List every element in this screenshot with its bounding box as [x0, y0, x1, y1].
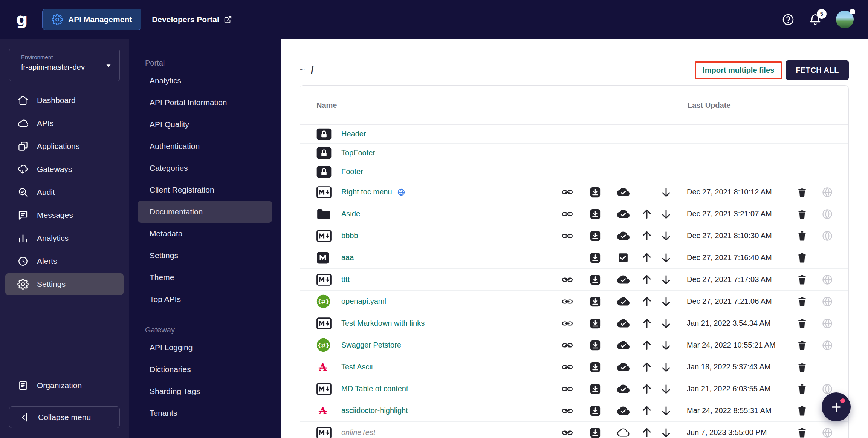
cloud-outline-icon[interactable]	[617, 426, 630, 438]
cloud-check-icon[interactable]	[617, 317, 630, 329]
subnav-item-analytics[interactable]: Analytics	[138, 70, 272, 92]
move-down-icon[interactable]	[660, 383, 672, 395]
sidebar-item-settings[interactable]: Settings	[5, 273, 124, 295]
save-icon[interactable]	[590, 340, 601, 351]
delete-icon[interactable]	[796, 230, 808, 242]
subnav-item-api-logging[interactable]: API Logging	[138, 337, 272, 358]
move-up-icon[interactable]	[641, 340, 653, 351]
translate-icon[interactable]	[822, 427, 833, 438]
subnav-item-documentation[interactable]: Documentation	[138, 201, 272, 223]
help-icon[interactable]	[782, 13, 795, 26]
doc-name-link[interactable]: Test Ascii	[341, 363, 373, 371]
cloud-check-icon[interactable]	[617, 273, 630, 286]
link-icon[interactable]	[561, 383, 573, 395]
breadcrumb-root[interactable]: ~	[300, 65, 305, 75]
move-down-icon[interactable]	[660, 405, 672, 417]
move-down-icon[interactable]	[660, 187, 672, 198]
move-up-icon[interactable]	[641, 230, 653, 242]
delete-icon[interactable]	[796, 296, 808, 307]
move-up-icon[interactable]	[641, 252, 653, 263]
move-up-icon[interactable]	[641, 383, 653, 395]
save-icon[interactable]	[590, 252, 601, 263]
save-icon[interactable]	[590, 296, 601, 307]
move-up-icon[interactable]	[641, 208, 653, 220]
move-up-icon[interactable]	[641, 274, 653, 285]
link-icon[interactable]	[561, 427, 573, 438]
add-page-fab[interactable]	[822, 392, 851, 421]
save-icon[interactable]	[590, 230, 601, 242]
delete-icon[interactable]	[796, 252, 808, 263]
collapse-menu-button[interactable]: Collapse menu	[9, 406, 120, 428]
subnav-item-dictionaries[interactable]: Dictionaries	[138, 358, 272, 380]
delete-icon[interactable]	[796, 361, 808, 373]
cloud-check-icon[interactable]	[617, 186, 630, 198]
translate-icon[interactable]	[822, 340, 833, 351]
doc-name-link[interactable]: aaa	[341, 253, 354, 262]
subnav-item-api-portal-information[interactable]: API Portal Information	[138, 92, 272, 113]
avatar[interactable]	[836, 11, 854, 28]
doc-name-link[interactable]: openapi.yaml	[341, 297, 386, 306]
link-icon[interactable]	[561, 296, 573, 307]
doc-name-link[interactable]: onlineTest	[341, 428, 375, 437]
move-down-icon[interactable]	[660, 427, 672, 438]
doc-name-link[interactable]: Aside	[341, 210, 360, 218]
sidebar-item-organization[interactable]: Organization	[5, 375, 124, 397]
move-up-icon[interactable]	[641, 296, 653, 307]
delete-icon[interactable]	[796, 427, 808, 438]
subnav-item-categories[interactable]: Categories	[138, 157, 272, 179]
move-down-icon[interactable]	[660, 230, 672, 242]
translate-icon[interactable]	[822, 187, 833, 198]
save-icon[interactable]	[590, 405, 601, 417]
save-icon[interactable]	[590, 361, 601, 373]
cloud-check-icon[interactable]	[617, 383, 630, 395]
delete-icon[interactable]	[796, 383, 808, 395]
move-down-icon[interactable]	[660, 296, 672, 307]
link-icon[interactable]	[561, 230, 573, 242]
save-icon[interactable]	[590, 383, 601, 395]
move-up-icon[interactable]	[641, 427, 653, 438]
cloud-check-icon[interactable]	[617, 230, 630, 242]
doc-name-link[interactable]: Swagger Petstore	[341, 341, 401, 349]
sidebar-item-audit[interactable]: Audit	[5, 181, 124, 203]
cloud-check-icon[interactable]	[617, 339, 630, 351]
subnav-item-top-apis[interactable]: Top APIs	[138, 288, 272, 310]
delete-icon[interactable]	[796, 208, 808, 220]
translate-icon[interactable]	[822, 296, 833, 307]
link-icon[interactable]	[561, 187, 573, 198]
move-down-icon[interactable]	[660, 208, 672, 220]
subnav-item-tenants[interactable]: Tenants	[138, 402, 272, 424]
save-icon[interactable]	[590, 208, 601, 220]
save-icon[interactable]	[590, 318, 601, 329]
subnav-item-settings[interactable]: Settings	[138, 245, 272, 266]
sidebar-item-gateways[interactable]: Gateways	[5, 158, 124, 180]
delete-icon[interactable]	[796, 318, 808, 329]
subnav-item-sharding-tags[interactable]: Sharding Tags	[138, 380, 272, 402]
save-icon[interactable]	[590, 427, 601, 438]
move-down-icon[interactable]	[660, 361, 672, 373]
fetch-all-button[interactable]: FETCH ALL	[786, 60, 849, 80]
delete-icon[interactable]	[796, 187, 808, 198]
cloud-check-icon[interactable]	[617, 404, 630, 417]
subnav-item-client-registration[interactable]: Client Registration	[138, 179, 272, 201]
sidebar-item-dashboard[interactable]: Dashboard	[5, 89, 124, 111]
checkbox-check-icon[interactable]	[617, 252, 629, 263]
delete-icon[interactable]	[796, 274, 808, 285]
cloud-check-icon[interactable]	[617, 208, 630, 220]
move-up-icon[interactable]	[641, 405, 653, 417]
environment-select[interactable]: Environment fr-apim-master-dev	[9, 49, 120, 81]
link-icon[interactable]	[561, 340, 573, 351]
link-icon[interactable]	[561, 405, 573, 417]
doc-name-link[interactable]: asciidoctor-highlight	[341, 406, 408, 415]
move-down-icon[interactable]	[660, 340, 672, 351]
translate-icon[interactable]	[822, 274, 833, 285]
subnav-item-theme[interactable]: Theme	[138, 266, 272, 288]
doc-name-link[interactable]: MD Table of content	[341, 384, 408, 393]
link-icon[interactable]	[561, 361, 573, 373]
gravitee-logo[interactable]: g	[11, 9, 32, 30]
save-icon[interactable]	[590, 274, 601, 285]
link-icon[interactable]	[561, 318, 573, 329]
link-icon[interactable]	[561, 208, 573, 220]
subnav-item-authentication[interactable]: Authentication	[138, 135, 272, 157]
subnav-item-metadata[interactable]: Metadata	[138, 223, 272, 245]
move-down-icon[interactable]	[660, 318, 672, 329]
